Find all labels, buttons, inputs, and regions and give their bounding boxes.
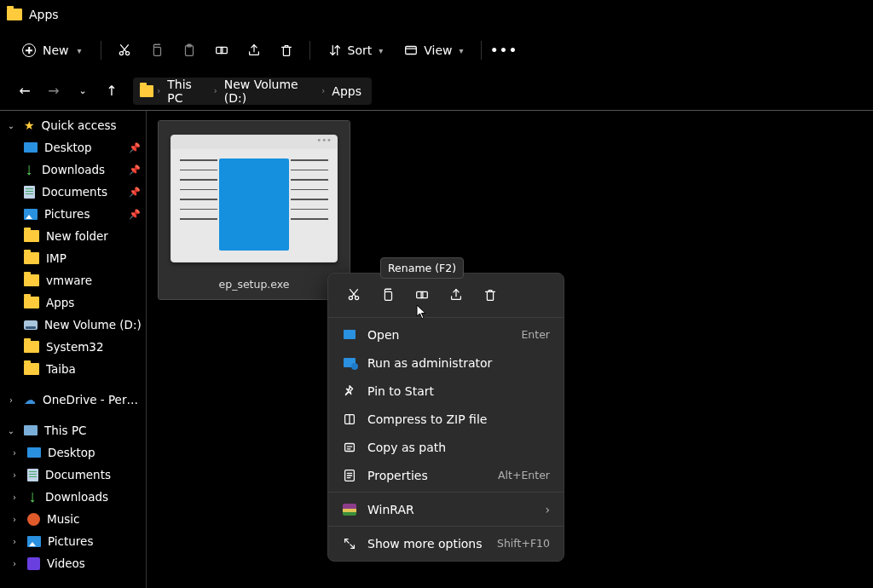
pin-icon: 📌 (129, 164, 141, 176)
svg-rect-9 (406, 47, 417, 55)
sidebar-item-pc-desktop[interactable]: ›Desktop (0, 441, 146, 464)
sidebar-item-vmware[interactable]: vmware (0, 269, 146, 291)
sidebar-onedrive[interactable]: › ☁ OneDrive - Personal (0, 389, 146, 411)
sidebar-item-label: New Volume (D:) (44, 318, 142, 331)
sidebar-item-label: Videos (47, 556, 142, 570)
sidebar-item-label: Music (47, 512, 142, 526)
svg-line-28 (350, 544, 355, 548)
ctx-label: Run as administrator (367, 356, 550, 370)
sort-button[interactable]: Sort ▾ (319, 37, 392, 63)
ctx-label: Copy as path (367, 441, 550, 454)
chevron-right-icon: › (9, 537, 20, 546)
ctx-open[interactable]: Open Enter (328, 320, 564, 349)
folder-icon (24, 363, 39, 375)
ctx-delete-button[interactable] (473, 280, 507, 309)
folder-icon (140, 85, 153, 97)
winrar-icon (342, 504, 357, 516)
svg-rect-4 (153, 47, 160, 55)
ctx-properties[interactable]: Properties Alt+Enter (328, 461, 564, 489)
chevron-down-icon: ▾ (379, 46, 383, 55)
paste-button[interactable] (175, 35, 204, 66)
file-name: ep_setup.exe (162, 278, 346, 291)
ctx-winrar[interactable]: WinRAR › (328, 495, 564, 523)
ctx-hotkey: Enter (521, 328, 550, 341)
sidebar-item-new-folder[interactable]: New folder (0, 225, 146, 247)
context-icon-row (328, 277, 564, 314)
sidebar-item-apps[interactable]: Apps (0, 291, 146, 314)
new-button-label: New (43, 43, 69, 57)
sidebar-quick-access[interactable]: ⌄ ★ Quick access (0, 114, 146, 136)
share-button[interactable] (240, 35, 269, 66)
folder-icon (24, 252, 39, 264)
delete-button[interactable] (272, 35, 301, 66)
chevron-right-icon: › (9, 470, 20, 480)
sidebar-item-label: Documents (42, 185, 122, 199)
new-button[interactable]: New ▾ (12, 38, 92, 62)
ctx-copy-path[interactable]: Copy as path (328, 433, 564, 461)
document-icon (27, 469, 38, 481)
breadcrumb-segment[interactable]: Apps (328, 83, 365, 100)
cloud-icon: ☁ (24, 393, 36, 406)
sidebar-item-pc-videos[interactable]: ›Videos (0, 552, 146, 574)
address-bar[interactable]: › This PC › New Volume (D:) › Apps (133, 78, 372, 105)
scissors-icon (117, 43, 132, 58)
view-button[interactable]: View ▾ (395, 37, 471, 63)
more-button[interactable]: ••• (490, 35, 519, 66)
recent-button[interactable]: ⌄ (70, 78, 95, 104)
folder-icon (24, 274, 39, 286)
sidebar-item-label: Pictures (44, 207, 122, 221)
folder-icon (24, 297, 39, 308)
sidebar-item-imp[interactable]: IMP (0, 247, 146, 269)
ctx-share-button[interactable] (439, 280, 473, 309)
chevron-right-icon: › (545, 503, 550, 516)
copy-button[interactable] (142, 35, 171, 66)
ctx-rename-button[interactable] (405, 280, 439, 309)
ctx-label: Properties (367, 469, 488, 482)
cut-button[interactable] (110, 35, 139, 66)
back-button[interactable]: ← (12, 78, 38, 104)
sidebar-item-desktop[interactable]: Desktop📌 (0, 136, 146, 159)
chevron-right-icon: › (9, 515, 20, 524)
separator (328, 492, 564, 493)
pin-icon (342, 383, 357, 399)
up-button[interactable]: ↑ (99, 78, 124, 104)
navbar: ← → ⌄ ↑ › This PC › New Volume (D:) › Ap… (0, 72, 873, 111)
ctx-hotkey: Shift+F10 (497, 537, 550, 550)
document-icon (24, 186, 35, 199)
sidebar-item-documents[interactable]: Documents📌 (0, 181, 146, 203)
svg-rect-8 (221, 47, 227, 53)
pin-icon: 📌 (129, 142, 141, 153)
sidebar-item-pc-downloads[interactable]: ›⭣Downloads (0, 486, 146, 508)
sidebar-item-pictures[interactable]: Pictures📌 (0, 203, 146, 225)
file-item[interactable]: ep_setup.exe (159, 121, 350, 299)
tooltip-rename: Rename (F2) (380, 257, 464, 279)
file-thumbnail (162, 124, 346, 273)
sidebar-item-label: Quick access (42, 118, 142, 132)
zip-icon (342, 412, 357, 427)
sidebar-item-taiba[interactable]: Taiba (0, 358, 146, 380)
ctx-show-more[interactable]: Show more options Shift+F10 (328, 529, 564, 557)
sidebar-item-pc-pictures[interactable]: ›Pictures (0, 530, 146, 552)
pin-icon: 📌 (129, 209, 141, 220)
sidebar-item-downloads[interactable]: ⭣Downloads📌 (0, 159, 146, 181)
divider (101, 41, 101, 60)
desktop-icon (27, 447, 41, 458)
chevron-down-icon: ▾ (460, 46, 464, 55)
rename-button[interactable] (207, 35, 236, 66)
breadcrumb-segment[interactable]: New Volume (D:) (221, 76, 319, 107)
sidebar-item-pc-music[interactable]: ›Music (0, 508, 146, 530)
sidebar-item-drive-d[interactable]: New Volume (D:) (0, 314, 146, 336)
forward-button[interactable]: → (41, 78, 66, 104)
sidebar-item-system32[interactable]: System32 (0, 336, 146, 358)
sidebar-item-label: This PC (44, 424, 142, 437)
sidebar-this-pc[interactable]: ⌄ This PC (0, 419, 146, 441)
breadcrumb-segment[interactable]: This PC (164, 76, 210, 107)
ctx-cut-button[interactable] (337, 280, 371, 309)
breadcrumb-label: This PC (167, 78, 206, 105)
ctx-pin-start[interactable]: Pin to Start (328, 377, 564, 405)
ctx-run-admin[interactable]: Run as administrator (328, 349, 564, 377)
ctx-compress-zip[interactable]: Compress to ZIP file (328, 405, 564, 433)
sidebar-item-label: OneDrive - Personal (43, 393, 142, 406)
ctx-copy-button[interactable] (371, 280, 405, 309)
sidebar-item-pc-documents[interactable]: ›Documents (0, 464, 146, 486)
